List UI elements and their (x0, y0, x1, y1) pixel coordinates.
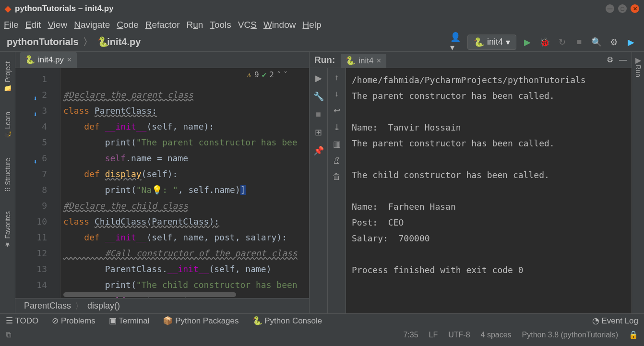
menu-file[interactable]: File (4, 20, 19, 30)
editor-breadcrumb[interactable]: ParentClass 〉 display() (15, 298, 309, 313)
close-button[interactable]: ✕ (631, 4, 639, 13)
menu-window[interactable]: Window (263, 20, 296, 30)
window-title: pythonTutorials – init4.py (15, 4, 114, 13)
run-panel-header: Run: 🐍 init4 ✕ ⚙ — (310, 52, 632, 68)
pin-icon[interactable]: 📌 (313, 145, 324, 156)
down-arrow-icon[interactable]: ↓ (334, 89, 339, 99)
maximize-button[interactable]: □ (618, 4, 627, 13)
left-tool-rail: 📁Project 🎓Learn ⠿Structure ★Favorites (0, 52, 15, 313)
gutter-override-icon[interactable]: ⬇ (31, 154, 37, 161)
soft-wrap-icon[interactable]: ↩ (334, 106, 340, 116)
python-packages-tool-button[interactable]: 📦 Python Packages (163, 316, 239, 326)
menu-view[interactable]: View (48, 20, 67, 30)
breadcrumb-method[interactable]: display() (87, 301, 120, 311)
run-configuration-selector[interactable]: 🐍 init4 ▾ (467, 35, 516, 50)
python-file-icon: 🐍 (25, 55, 35, 65)
breadcrumb-file[interactable]: init4.py (107, 36, 141, 47)
stop-button[interactable]: ■ (316, 109, 321, 119)
editor-tab-init4[interactable]: 🐍 init4.py ✕ (20, 52, 77, 68)
ide-tour-button[interactable]: ▶ (625, 36, 637, 48)
menu-code[interactable]: Code (117, 20, 138, 30)
settings-button[interactable]: ⚙ (608, 36, 620, 48)
file-encoding[interactable]: UTF-8 (448, 331, 470, 339)
minimize-panel-icon[interactable]: — (619, 56, 627, 64)
cursor-position[interactable]: 7:35 (403, 331, 418, 339)
menu-help[interactable]: Help (302, 20, 321, 30)
close-icon[interactable]: ✕ (376, 57, 382, 64)
fold-gutter[interactable] (50, 68, 60, 298)
search-button[interactable]: 🔍 (590, 36, 603, 48)
rerun-with-coverage-button[interactable]: ↻ (556, 36, 568, 48)
learn-tool-button[interactable]: 🎓Learn (4, 112, 12, 139)
menu-vcs[interactable]: VCS (238, 20, 257, 30)
scroll-to-end-icon[interactable]: ⤓ (334, 122, 340, 132)
intention-bulb-icon[interactable]: 💡 (152, 185, 162, 195)
terminal-tool-button[interactable]: ▣ Terminal (109, 316, 150, 326)
favorites-tool-button[interactable]: ★Favorites (4, 211, 12, 249)
layout-icon[interactable]: ⊞ (315, 127, 322, 138)
run-tab[interactable]: 🐍 init4 ✕ (341, 54, 386, 68)
todo-tool-button[interactable]: ☰ TODO (6, 316, 38, 326)
menu-tools[interactable]: Tools (210, 20, 231, 30)
project-tool-button[interactable]: 📁Project (4, 61, 12, 93)
code-text[interactable]: #Declare the parent class class ParentCl… (60, 68, 309, 298)
wrench-icon[interactable]: 🔧 (313, 91, 324, 102)
chevron-right-icon: 〉 (75, 300, 83, 312)
breadcrumb[interactable]: pythonTutorials 〉 🐍 init4.py (7, 36, 141, 48)
line-separator[interactable]: LF (429, 331, 438, 339)
gear-icon[interactable]: ⚙ (607, 55, 613, 64)
tab-label: init4.py (38, 55, 64, 65)
run-tool-button[interactable]: Run (634, 65, 642, 77)
problems-tool-button[interactable]: ⊘ Problems (52, 316, 95, 326)
editor-tabs: 🐍 init4.py ✕ (15, 52, 309, 68)
run-button[interactable]: ▶ (521, 36, 534, 48)
menu-run[interactable]: Run (187, 20, 203, 30)
close-tab-icon[interactable]: ✕ (67, 56, 72, 63)
rerun-button[interactable]: ▶ (315, 73, 322, 84)
console-output[interactable]: /home/fahmida/PycharmProjects/pythonTuto… (346, 68, 632, 313)
breadcrumb-class[interactable]: ParentClass (24, 301, 71, 311)
trash-icon[interactable]: 🗑 (333, 172, 341, 182)
horizontal-scrollbar[interactable] (63, 292, 236, 297)
split-icon[interactable]: ▥ (333, 139, 341, 149)
run-title: Run: (314, 55, 335, 65)
title-bar: ◆ pythonTutorials – init4.py — □ ✕ (0, 0, 644, 17)
user-icon[interactable]: 👤▾ (450, 36, 463, 48)
editor-panel: 🐍 init4.py ✕ 1 2⬇ 3⬇ 45 6⬇ 7891011121314… (15, 52, 309, 313)
gutter-override-icon[interactable]: ⬇ (31, 107, 37, 113)
structure-tool-button[interactable]: ⠿Structure (4, 158, 12, 192)
gutter-override-icon[interactable]: ⬇ (31, 91, 37, 97)
python-icon: 🐍 (474, 37, 484, 48)
code-area[interactable]: 1 2⬇ 3⬇ 45 6⬇ 7891011121314 #Declare the… (15, 68, 309, 298)
up-arrow-icon[interactable]: ↑ (334, 73, 339, 83)
debug-button[interactable]: 🐞 (538, 36, 551, 48)
menu-navigate[interactable]: Navigate (74, 20, 110, 30)
lock-icon[interactable]: 🔒 (629, 330, 638, 339)
event-log-button[interactable]: ◔ Event Log (592, 316, 638, 326)
python-console-tool-button[interactable]: 🐍 Python Console (252, 316, 322, 326)
python-icon: 🐍 (346, 56, 356, 66)
minimize-button[interactable]: — (606, 4, 614, 13)
prev-highlight-icon[interactable]: ˄ (277, 70, 281, 79)
right-tool-rail: ▶ Run (632, 52, 644, 313)
python-file-icon: 🐍 (97, 36, 105, 48)
chevron-down-icon: ▾ (506, 37, 510, 48)
run-panel: Run: 🐍 init4 ✕ ⚙ — ▶ 🔧 ■ ⊞ 📌 ↑ ↓ ↩ ⤓ (309, 52, 632, 313)
inspection-widget[interactable]: ⚠9 ✔2 ˄ ˅ (247, 70, 287, 79)
stop-button[interactable]: ■ (573, 36, 585, 48)
breadcrumb-project[interactable]: pythonTutorials (7, 36, 79, 47)
python-interpreter[interactable]: Python 3.8 (pythonTutorials) (522, 331, 618, 339)
menu-bar: File Edit View Navigate Code Refactor Ru… (0, 17, 644, 33)
indent-setting[interactable]: 4 spaces (481, 331, 512, 339)
run-right-rail: ↑ ↓ ↩ ⤓ ▥ 🖨 🗑 (328, 68, 346, 313)
menu-refactor[interactable]: Refactor (145, 20, 180, 30)
hide-panel-icon[interactable]: ▶ (635, 56, 641, 65)
status-windows-icon[interactable]: ⧉ (6, 331, 11, 339)
print-icon[interactable]: 🖨 (333, 156, 341, 166)
menu-edit[interactable]: Edit (25, 20, 41, 30)
check-icon: ✔ (262, 70, 267, 79)
line-gutter: 1 2⬇ 3⬇ 45 6⬇ 7891011121314 (15, 68, 50, 298)
run-tab-label: init4 (358, 56, 373, 66)
next-highlight-icon[interactable]: ˅ (284, 70, 287, 79)
run-left-rail: ▶ 🔧 ■ ⊞ 📌 (310, 68, 328, 313)
